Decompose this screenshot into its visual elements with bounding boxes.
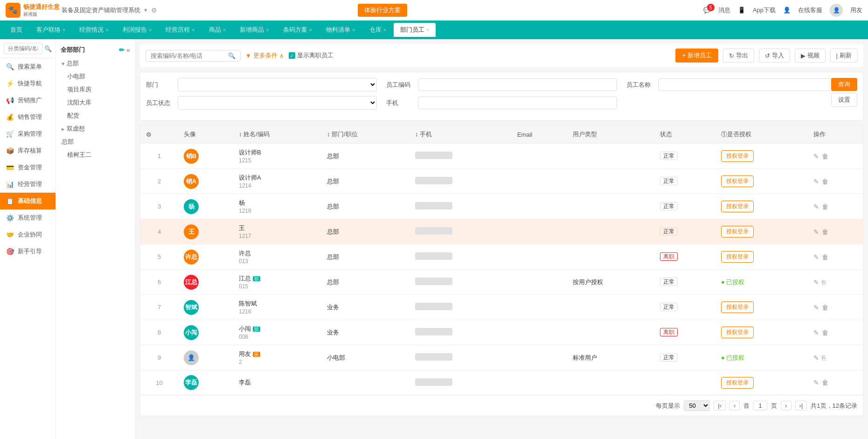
app-download-icon[interactable]: 📱	[738, 7, 745, 14]
close-icon[interactable]: ×	[149, 27, 152, 33]
auth-button[interactable]: 授权登录	[721, 150, 754, 162]
sidebar-item-finance[interactable]: 💳 资金管理	[0, 159, 56, 176]
dept-item-hq2[interactable]: 总部	[56, 135, 135, 148]
close-icon[interactable]: ×	[352, 27, 355, 33]
close-icon[interactable]: ×	[426, 27, 429, 33]
auth-button[interactable]: 授权登录	[721, 327, 754, 338]
sidebar-item-collab[interactable]: 🤝 企业协同	[0, 226, 56, 243]
export-button[interactable]: ↻ 导出	[723, 49, 754, 63]
col-name[interactable]: ↕ 姓名/编码	[233, 125, 321, 144]
copy-row-icon[interactable]: ⎘	[822, 279, 826, 286]
auth-button[interactable]: 授权登录	[721, 251, 754, 263]
view-button[interactable]: ▶ 视频	[795, 49, 826, 63]
tab-history[interactable]: 经营历程 ×	[159, 23, 201, 37]
system-dropdown-icon[interactable]: ▾	[144, 7, 147, 14]
show-resigned-checkbox[interactable]: ✓ 显示离职员工	[289, 51, 333, 60]
tab-operation[interactable]: 经营情况 ×	[73, 23, 115, 37]
dept-edit-icon[interactable]: ✏	[119, 46, 125, 54]
sidebar-item-search[interactable]: 🔍 搜索菜单	[0, 58, 56, 75]
tab-employees[interactable]: 部门员工 ×	[394, 23, 436, 37]
sidebar-item-nav[interactable]: ⚡ 快捷导航	[0, 75, 56, 92]
add-employee-button[interactable]: + 新增员工	[675, 49, 718, 63]
auth-button[interactable]: 授权登录	[721, 201, 754, 212]
employee-status-select[interactable]	[178, 96, 377, 110]
dept-item-double[interactable]: ▸ 双虚想	[56, 122, 135, 135]
sidebar-item-inventory[interactable]: 📦 库存核算	[0, 142, 56, 159]
close-icon[interactable]: ×	[223, 27, 226, 33]
close-icon[interactable]: ×	[192, 27, 194, 33]
dept-item-shenyang[interactable]: 沈阳大库	[56, 96, 135, 109]
sidebar-search-icon[interactable]: 🔍	[44, 45, 52, 52]
last-page-btn[interactable]: ›|	[795, 401, 807, 411]
tab-profit[interactable]: 利润报告 ×	[116, 23, 158, 37]
close-icon[interactable]: ×	[62, 27, 65, 33]
delete-row-icon[interactable]: 🗑	[822, 153, 828, 160]
edit-row-icon[interactable]: ✎	[813, 253, 819, 261]
auth-button[interactable]: 授权登录	[721, 226, 754, 237]
search-input[interactable]	[151, 52, 225, 59]
edit-row-icon[interactable]: ✎	[813, 329, 819, 336]
edit-row-icon[interactable]: ✎	[813, 379, 819, 386]
search-icon[interactable]: 🔍	[228, 52, 236, 59]
dept-item-plant[interactable]: 植树王二	[56, 148, 135, 161]
sidebar-item-guide[interactable]: 🎯 新手引导	[0, 243, 56, 260]
delete-row-icon[interactable]: 🗑	[822, 304, 828, 311]
edit-row-icon[interactable]: ✎	[813, 279, 819, 286]
dept-item-headquarters-root[interactable]: ▾ 总部	[56, 57, 135, 70]
col-dept[interactable]: ↕ 部门/职位	[321, 125, 410, 144]
tab-home[interactable]: 首页	[4, 23, 29, 37]
import-button[interactable]: ↺ 导入	[759, 49, 790, 63]
dept-item-electronics[interactable]: 小电部	[56, 70, 135, 83]
sidebar-item-system[interactable]: ⚙️ 系统管理	[0, 209, 56, 226]
message-icon[interactable]: 💬 5	[703, 7, 711, 14]
set-button[interactable]: 设置	[831, 93, 857, 107]
tab-add-goods[interactable]: 新增商品 ×	[233, 23, 275, 37]
col-phone[interactable]: ↕ 手机	[410, 125, 512, 144]
delete-row-icon[interactable]: 🗑	[822, 329, 828, 336]
more-conditions-btn[interactable]: ▼ 更多条件 ∧	[245, 51, 284, 60]
dept-item-delivery[interactable]: 配货	[56, 109, 135, 122]
close-icon[interactable]: ×	[105, 27, 108, 33]
auth-button[interactable]: 授权登录	[721, 175, 754, 187]
delete-row-icon[interactable]: 🗑	[822, 253, 828, 261]
app-download-label[interactable]: App下载	[753, 6, 776, 14]
close-icon[interactable]: ×	[309, 27, 312, 33]
edit-row-icon[interactable]: ✎	[813, 354, 819, 362]
edit-row-icon[interactable]: ✎	[813, 178, 819, 185]
first-page-btn[interactable]: |‹	[714, 401, 726, 411]
edit-row-icon[interactable]: ✎	[813, 153, 819, 160]
edit-row-icon[interactable]: ✎	[813, 228, 819, 236]
tab-bom[interactable]: 物料清单 ×	[319, 23, 361, 37]
online-support-label[interactable]: 在线客服	[798, 6, 822, 14]
edit-row-icon[interactable]: ✎	[813, 304, 819, 311]
sidebar-item-sales[interactable]: 💰 销售管理	[0, 109, 56, 125]
col-settings[interactable]: ⚙	[140, 125, 178, 144]
close-icon[interactable]: ×	[383, 27, 386, 33]
copy-row-icon[interactable]: ⎘	[822, 354, 826, 362]
page-size-select[interactable]: 50 20 100	[684, 400, 710, 411]
edit-row-icon[interactable]: ✎	[813, 203, 819, 210]
query-button[interactable]: 查询	[831, 78, 857, 91]
online-support-icon[interactable]: 👤	[783, 7, 791, 14]
dept-item-project[interactable]: 项目库房	[56, 83, 135, 96]
auth-button[interactable]: 授权登录	[721, 301, 754, 313]
auth-button[interactable]: 授权登录	[721, 377, 754, 389]
sidebar-item-basic[interactable]: 📋 基础信息	[0, 193, 56, 209]
delete-row-icon[interactable]: 🗑	[822, 379, 828, 386]
delete-row-icon[interactable]: 🗑	[822, 228, 828, 236]
settings-icon[interactable]: ⚙	[151, 7, 157, 14]
sidebar-search-input[interactable]	[4, 43, 42, 54]
sidebar-item-purchase[interactable]: 🛒 采购管理	[0, 125, 56, 142]
next-page-btn[interactable]: ›	[781, 401, 791, 411]
tab-barcode[interactable]: 条码方案 ×	[277, 23, 319, 37]
tab-customer[interactable]: 客户联络 ×	[30, 23, 72, 37]
employee-code-input[interactable]	[418, 78, 617, 91]
close-icon[interactable]: ×	[266, 27, 269, 33]
sidebar-item-marketing[interactable]: 📢 营销推广	[0, 92, 56, 109]
delete-row-icon[interactable]: 🗑	[822, 178, 828, 185]
tab-warehouse[interactable]: 仓库 ×	[363, 23, 393, 37]
dept-collapse-icon[interactable]: «	[126, 46, 130, 54]
sidebar-item-business[interactable]: 📊 经营管理	[0, 176, 56, 193]
trial-button[interactable]: 体验行业方案	[358, 4, 407, 17]
delete-row-icon[interactable]: 🗑	[822, 203, 828, 210]
